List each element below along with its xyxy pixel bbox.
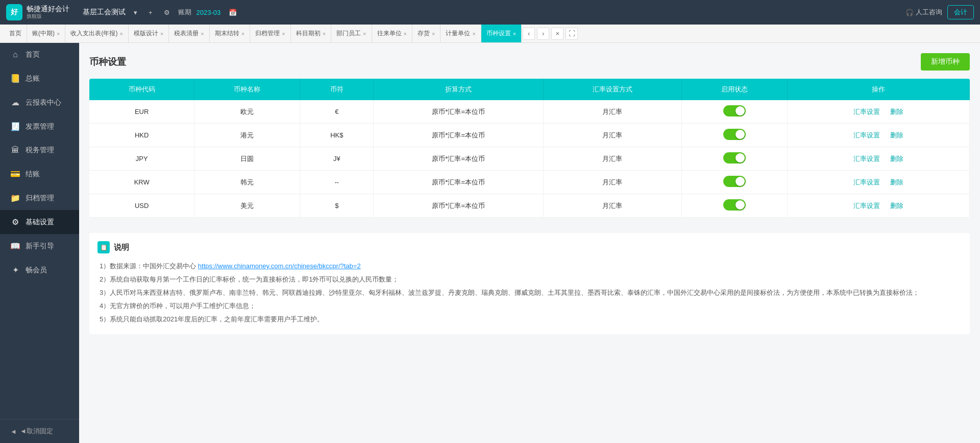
tab-currency-close[interactable]: × (513, 31, 516, 37)
cell-actions: 汇率设置 删除 (787, 171, 969, 194)
sidebar-item-guide[interactable]: 📖 新手引导 (0, 234, 79, 258)
delete-btn[interactable]: 删除 (890, 202, 903, 209)
sidebar-label-member: 畅会员 (26, 266, 47, 275)
pin-label: ◄取消固定 (20, 427, 53, 436)
rate-setting-btn[interactable]: 汇率设置 (853, 178, 880, 186)
sidebar-item-member[interactable]: ✦ 畅会员 (0, 258, 79, 282)
tab-archive[interactable]: 归档管理 × (250, 25, 290, 43)
cell-status (681, 124, 787, 147)
delete-btn[interactable]: 删除 (890, 108, 903, 115)
tab-contacts[interactable]: 往来单位 × (372, 25, 412, 43)
tab-contacts-close[interactable]: × (404, 31, 407, 37)
col-symbol: 币符 (300, 79, 374, 100)
enable-toggle[interactable] (723, 199, 746, 211)
cell-actions: 汇率设置 删除 (787, 100, 969, 124)
table-row: JPY 日圆 J¥ 原币*汇率=本位币 月汇率 汇率设置 删除 (89, 147, 970, 171)
col-name: 币种名称 (194, 79, 300, 100)
tab-taxlist-label: 税表清册 (174, 29, 199, 38)
tab-unit[interactable]: 计量单位 × (440, 25, 481, 43)
sidebar-item-tax[interactable]: 🏛 税务管理 (0, 138, 79, 162)
tab-home[interactable]: 首页 (4, 25, 27, 43)
sidebar-item-checkout[interactable]: 💳 结账 (0, 162, 79, 186)
notice-item-4: 4）无官方牌价的币种，可以用户手工维护汇率信息； (97, 299, 962, 313)
table-header: 币种代码 币种名称 币符 折算方式 汇率设置方式 启用状态 操作 (89, 79, 970, 100)
tab-template-label: 模版设计 (134, 29, 158, 38)
cell-name: 韩元 (194, 171, 300, 194)
enable-toggle[interactable] (723, 105, 746, 116)
col-actions: 操作 (787, 79, 969, 100)
tab-archive-close[interactable]: × (282, 31, 285, 37)
rate-setting-btn[interactable]: 汇率设置 (853, 108, 880, 115)
col-calc: 折算方式 (374, 79, 544, 100)
sidebar-label-checkout: 结账 (26, 170, 40, 179)
new-currency-btn[interactable]: 新增币种 (921, 53, 970, 71)
dropdown-icon[interactable]: ▾ (131, 8, 140, 17)
sidebar-label-guide: 新手引导 (26, 242, 54, 251)
account-btn[interactable]: 会计 (947, 5, 974, 19)
tab-nav-prev[interactable]: ‹ (523, 28, 535, 40)
tab-taxlist-close[interactable]: × (201, 31, 204, 37)
tab-dept[interactable]: 部门员工 × (331, 25, 372, 43)
table-body: EUR 欧元 € 原币*汇率=本位币 月汇率 汇率设置 删除 HKD 港元 HK… (89, 100, 970, 218)
tab-currency[interactable]: 币种设置 × (481, 25, 522, 43)
main-layout: ⌂ 首页 📒 总账 ☁ 云报表中心 🧾 发票管理 🏛 税务管理 💳 结账 📁 归… (0, 43, 980, 443)
notice-link[interactable]: https://www.chinamoney.com.cn/chinese/bk… (198, 262, 361, 270)
tab-period-end[interactable]: 期末结转 × (210, 25, 250, 43)
tab-unit-label: 计量单位 (446, 29, 470, 38)
cell-rate-type: 月汇率 (544, 100, 681, 124)
content-area: 币种设置 新增币种 币种代码 币种名称 币符 折算方式 汇率设置方式 启用状态 … (79, 43, 980, 443)
delete-btn[interactable]: 删除 (890, 155, 903, 162)
enable-toggle[interactable] (723, 152, 746, 164)
enable-toggle[interactable] (723, 129, 746, 140)
cell-status (681, 100, 787, 124)
cell-rate-type: 月汇率 (544, 147, 681, 171)
tab-inventory-close[interactable]: × (432, 31, 435, 37)
tab-taxlist[interactable]: 税表清册 × (169, 25, 209, 43)
sidebar-item-settings[interactable]: ⚙ 基础设置 (0, 210, 79, 234)
tab-nav-expand[interactable]: ⛶ (566, 28, 578, 40)
tax-icon: 🏛 (10, 146, 20, 155)
settings-btn[interactable]: ⚙ (161, 8, 173, 17)
tab-annual[interactable]: 收入支出表(年报) × (65, 25, 128, 43)
tab-template-close[interactable]: × (160, 31, 163, 37)
sidebar-item-archive[interactable]: 📁 归档管理 (0, 186, 79, 210)
tab-nav-close[interactable]: × (551, 28, 564, 40)
rate-setting-btn[interactable]: 汇率设置 (853, 202, 880, 209)
sidebar-label-home: 首页 (26, 50, 40, 59)
rate-setting-btn[interactable]: 汇率设置 (853, 131, 880, 139)
tab-dept-close[interactable]: × (363, 31, 366, 37)
delete-btn[interactable]: 删除 (890, 131, 903, 139)
cell-code: KRW (89, 171, 194, 194)
tab-midterm-label: 账(中期) (32, 29, 55, 38)
tab-template[interactable]: 模版设计 × (129, 25, 169, 43)
tab-midterm-close[interactable]: × (57, 31, 60, 37)
cell-rate-type: 月汇率 (544, 194, 681, 218)
enable-toggle[interactable] (723, 176, 746, 187)
sidebar-item-invoice[interactable]: 🧾 发票管理 (0, 114, 79, 138)
tab-period-end-label: 期末结转 (215, 29, 239, 38)
cell-calc: 原币*汇率=本位币 (374, 124, 544, 147)
sidebar-item-home[interactable]: ⌂ 首页 (0, 43, 79, 66)
sidebar-item-ledger[interactable]: 📒 总账 (0, 66, 79, 90)
tab-nav-next[interactable]: › (537, 28, 549, 40)
period-value: 2023-03 (197, 9, 221, 16)
rate-setting-btn[interactable]: 汇率设置 (853, 155, 880, 162)
sidebar-item-reports[interactable]: ☁ 云报表中心 (0, 90, 79, 114)
col-status: 启用状态 (681, 79, 787, 100)
support-btn[interactable]: 🎧 人工咨询 (905, 8, 942, 17)
calendar-icon[interactable]: 📅 (226, 8, 240, 17)
tab-subject-init[interactable]: 科目期初 × (291, 25, 331, 43)
cell-status (681, 171, 787, 194)
delete-btn[interactable]: 删除 (890, 178, 903, 186)
tab-midterm[interactable]: 账(中期) × (27, 25, 65, 43)
add-company-btn[interactable]: + (145, 8, 156, 17)
sidebar-pin-toggle[interactable]: ◄ ◄取消固定 (0, 419, 79, 443)
tab-period-end-close[interactable]: × (241, 31, 244, 37)
tab-unit-close[interactable]: × (472, 31, 475, 37)
tab-annual-close[interactable]: × (119, 31, 122, 37)
tab-subject-init-close[interactable]: × (323, 31, 326, 37)
pin-icon: ◄ (10, 428, 17, 435)
tab-inventory[interactable]: 存货 × (412, 25, 440, 43)
notice-icon: 📋 (97, 241, 110, 253)
archive-icon: 📁 (10, 193, 20, 203)
